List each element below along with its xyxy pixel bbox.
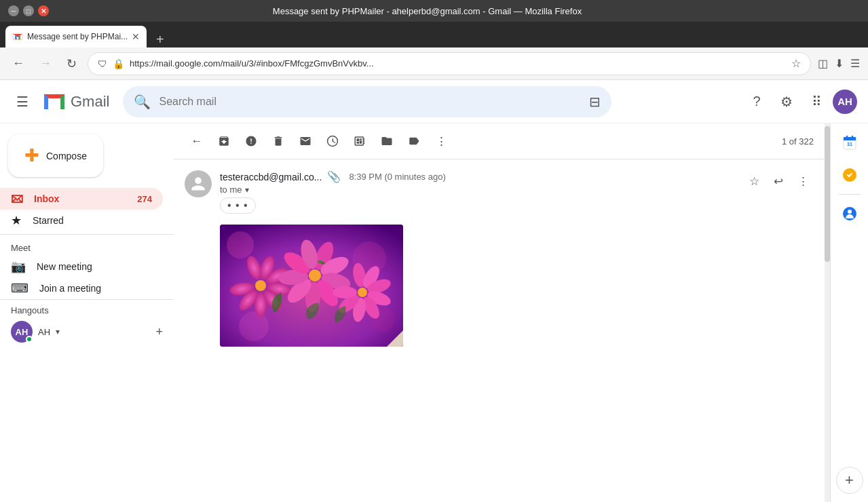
bookmark-icon[interactable]: ☆: [791, 57, 801, 70]
calendar-icon: 31: [842, 134, 858, 151]
svg-point-23: [255, 280, 266, 291]
reply-button[interactable]: ↩: [768, 170, 789, 192]
scrollbar-thumb[interactable]: [825, 126, 830, 262]
svg-rect-9: [48, 98, 60, 109]
sidebar-divider-1: [0, 234, 174, 235]
google-contacts-button[interactable]: [836, 200, 863, 227]
reload-button[interactable]: ↻: [62, 54, 81, 74]
search-bar[interactable]: 🔍 ⊟: [123, 86, 611, 117]
apps-button[interactable]: ⠿: [803, 88, 830, 115]
email-header-row: testeraccbd@gmail.co... 📎 8:39 PM (0 min…: [185, 170, 814, 214]
minimize-button[interactable]: ─: [8, 5, 19, 16]
task-icon: [354, 135, 366, 147]
search-input[interactable]: [159, 96, 581, 108]
compose-plus-icon: ✚: [24, 145, 39, 166]
delete-button[interactable]: [266, 129, 290, 153]
contacts-icon: [842, 206, 858, 222]
sidebar-item-join-meeting[interactable]: ⌨ Join a meeting: [0, 277, 163, 299]
search-icon: 🔍: [134, 94, 151, 110]
snooze-button[interactable]: [320, 129, 345, 153]
spam-icon: [245, 135, 257, 147]
hangouts-user[interactable]: AH AH ▾ +: [11, 321, 163, 343]
gmail-body: ✚ Compose 🖂 Inbox 274 ★ Starred Meet 📷 N…: [0, 123, 868, 502]
address-input-wrap[interactable]: 🛡 🔒 https://mail.google.com/mail/u/3/#in…: [88, 52, 811, 75]
download-icon[interactable]: ⬇: [835, 57, 844, 70]
main-scrollbar[interactable]: [825, 123, 830, 502]
svg-point-44: [333, 286, 357, 298]
hangouts-expand-icon[interactable]: ▾: [56, 327, 60, 336]
more-email-actions-button[interactable]: ⋮: [792, 170, 814, 192]
move-icon: [381, 135, 393, 147]
svg-point-11: [227, 231, 254, 258]
svg-rect-47: [844, 137, 856, 140]
sender-info: testeraccbd@gmail.co... 📎 8:39 PM (0 min…: [220, 170, 735, 183]
label-icon: [408, 135, 420, 147]
online-indicator: [26, 336, 33, 343]
tab-close-button[interactable]: ✕: [132, 31, 140, 42]
sender-avatar: [185, 170, 212, 197]
close-button[interactable]: ✕: [38, 5, 49, 16]
new-tab-button[interactable]: +: [152, 32, 168, 47]
svg-text:31: 31: [847, 142, 852, 147]
tasks-icon: [842, 167, 858, 183]
settings-button[interactable]: ⚙: [773, 88, 800, 115]
address-bar: ← → ↻ 🛡 🔒 https://mail.google.com/mail/u…: [0, 47, 868, 80]
mark-unread-button[interactable]: [293, 129, 318, 153]
flower-image: [220, 225, 403, 347]
keyboard-icon: ⌨: [11, 281, 29, 296]
svg-rect-2: [18, 36, 20, 39]
email-toolbar: ←: [174, 123, 825, 159]
svg-point-34: [309, 269, 321, 282]
video-icon: 📷: [11, 259, 26, 274]
spam-button[interactable]: [239, 129, 263, 153]
maximize-button[interactable]: □: [23, 5, 34, 16]
sidebar-item-new-meeting[interactable]: 📷 New meeting: [0, 256, 163, 277]
back-to-inbox-button[interactable]: ←: [185, 129, 209, 153]
inbox-count: 274: [137, 194, 152, 204]
hamburger-menu-button[interactable]: ☰: [11, 88, 34, 115]
email-thread: testeraccbd@gmail.co... 📎 8:39 PM (0 min…: [174, 159, 825, 502]
svg-point-14: [239, 311, 269, 341]
expand-recipients-button[interactable]: ▾: [245, 185, 249, 195]
person-icon: [190, 176, 206, 192]
svg-point-45: [358, 288, 367, 297]
label-button[interactable]: [402, 129, 426, 153]
rp-divider: [839, 194, 861, 195]
more-actions-button[interactable]: ⋮: [429, 129, 453, 153]
browser-title: Message sent by PHPMailer - ahelperbd@gm…: [49, 6, 806, 16]
archive-button[interactable]: [212, 129, 236, 153]
forward-button[interactable]: →: [35, 54, 56, 73]
sidebar-item-starred[interactable]: ★ Starred: [0, 210, 163, 231]
pocket-icon[interactable]: ◫: [818, 57, 828, 70]
email-actions: ☆ ↩ ⋮: [743, 170, 814, 192]
svg-rect-1: [15, 36, 17, 39]
hangouts-username: AH: [38, 327, 50, 337]
search-filter-icon[interactable]: ⊟: [589, 94, 601, 110]
sidebar-item-inbox[interactable]: 🖂 Inbox 274: [0, 188, 163, 210]
hangouts-label: Hangouts: [11, 305, 163, 315]
account-avatar[interactable]: AH: [833, 90, 857, 114]
help-button[interactable]: ?: [743, 88, 770, 115]
star-email-button[interactable]: ☆: [743, 170, 765, 192]
attachment-icon: 📎: [327, 170, 341, 183]
compose-button[interactable]: ✚ Compose: [8, 134, 103, 177]
show-quoted-button[interactable]: • • •: [220, 197, 256, 214]
add-task-button[interactable]: [347, 129, 372, 153]
hangouts-add-button[interactable]: +: [155, 325, 163, 339]
active-tab[interactable]: Message sent by PHPMai... ✕: [5, 26, 147, 47]
starred-label: Starred: [33, 215, 64, 226]
menu-icon[interactable]: ☰: [850, 57, 860, 70]
back-button[interactable]: ←: [8, 54, 29, 73]
google-calendar-button[interactable]: 31: [836, 129, 863, 156]
add-panel-button[interactable]: +: [836, 467, 863, 494]
gmail-logo-text: Gmail: [71, 93, 109, 111]
compose-label: Compose: [46, 151, 87, 161]
email-meta: testeraccbd@gmail.co... 📎 8:39 PM (0 min…: [220, 170, 735, 214]
google-tasks-button[interactable]: [836, 161, 863, 189]
inbox-label: Inbox: [34, 193, 59, 204]
right-panel-icons: 31 +: [830, 123, 868, 502]
move-to-button[interactable]: [375, 129, 399, 153]
gmail-logo: Gmail: [42, 90, 109, 114]
browser-title-bar: ─ □ ✕ Message sent by PHPMailer - ahelpe…: [0, 0, 868, 22]
url-text[interactable]: https://mail.google.com/mail/u/3/#inbox/…: [130, 58, 786, 69]
